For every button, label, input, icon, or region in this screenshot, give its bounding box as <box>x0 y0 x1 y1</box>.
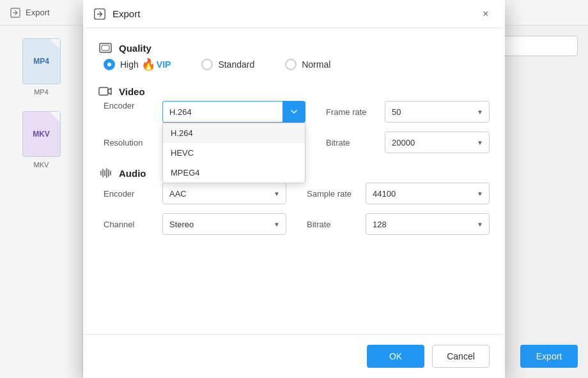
audio-encoder-select[interactable]: AAC MP3 <box>162 183 286 204</box>
vip-text: VIP <box>157 59 171 70</box>
dialog-titlebar: Export × <box>83 0 505 28</box>
video-frame-rate-row: Frame rate 50 25 30 60 ▼ <box>326 101 490 123</box>
sample-rate-select[interactable]: 44100 48000 22050 <box>366 183 490 204</box>
app-title: Export <box>10 8 50 18</box>
quality-high-vip-label: High 🔥VIP <box>120 57 171 72</box>
dialog-title-text: Export <box>112 8 140 19</box>
video-bitrate-row: Bitrate 20000 10000 5000 ▼ <box>326 132 490 153</box>
dialog-footer: OK Cancel <box>83 334 505 378</box>
quality-section-title: Quality <box>119 43 151 54</box>
audio-channel-label: Channel <box>104 220 155 229</box>
quality-option-standard[interactable]: Standard <box>201 59 254 70</box>
quality-options: High 🔥VIP Standard Normal <box>98 57 490 72</box>
dialog-body: Quality High 🔥VIP Standard <box>83 28 505 334</box>
video-bitrate-select-wrapper: 20000 10000 5000 ▼ <box>385 132 490 153</box>
encoder-input-field[interactable] <box>162 101 283 123</box>
ok-button[interactable]: OK <box>367 345 424 368</box>
vip-badge: 🔥VIP <box>141 57 171 72</box>
audio-form-grid: Encoder AAC MP3 ▼ Sample rate 44100 <box>98 183 490 235</box>
high-label-text: High <box>120 59 139 70</box>
fire-icon: 🔥 <box>141 57 155 72</box>
audio-bitrate-select[interactable]: 128 192 256 320 <box>366 213 490 235</box>
encoder-input-row <box>162 101 306 123</box>
dialog-title-left: Export <box>93 8 140 20</box>
quality-icon <box>98 41 112 55</box>
dialog-export-icon <box>93 8 106 20</box>
app-title-text: Export <box>26 8 50 17</box>
chevron-down-icon <box>290 108 298 116</box>
sample-rate-select-wrapper: 44100 48000 22050 ▼ <box>366 183 490 204</box>
video-bitrate-label: Bitrate <box>326 138 377 147</box>
video-section: Video Encoder <box>98 84 490 153</box>
video-form-grid: Encoder H.264 HEVC <box>98 101 490 153</box>
video-section-title: Video <box>119 86 145 97</box>
audio-encoder-row: Encoder AAC MP3 ▼ <box>104 183 286 204</box>
radio-normal <box>285 59 297 70</box>
quality-section-header: Quality <box>98 41 490 55</box>
audio-sample-rate-label: Sample rate <box>307 189 358 199</box>
audio-bitrate-label: Bitrate <box>307 220 358 229</box>
radio-high-vip <box>104 59 115 70</box>
video-icon <box>98 84 112 98</box>
video-resolution-label: Resolution <box>104 138 155 147</box>
quality-option-normal[interactable]: Normal <box>285 59 330 70</box>
mkv-file-icon: MKV <box>22 111 61 157</box>
mp4-file-icon: MP4 <box>22 38 61 84</box>
audio-encoder-label: Encoder <box>104 189 155 199</box>
export-icon-app <box>10 8 20 18</box>
close-button[interactable]: × <box>477 5 495 23</box>
video-frame-rate-label: Frame rate <box>326 107 377 117</box>
audio-encoder-select-wrapper: AAC MP3 ▼ <box>162 183 286 204</box>
radio-standard <box>201 59 213 70</box>
quality-option-high-vip[interactable]: High 🔥VIP <box>104 57 171 72</box>
svg-rect-4 <box>99 87 108 95</box>
audio-bitrate-select-wrapper: 128 192 256 320 ▼ <box>366 213 490 235</box>
audio-channel-row: Channel Stereo Mono ▼ <box>104 213 286 235</box>
sidebar-item-mkv[interactable]: MKV MKV <box>5 106 77 174</box>
encoder-option-hevc[interactable]: HEVC <box>163 143 305 163</box>
video-encoder-label: Encoder <box>104 101 155 110</box>
mkv-label: MKV <box>34 161 49 169</box>
app-sidebar: MP4 MP4 MKV MKV <box>0 26 83 378</box>
sidebar-item-mp4[interactable]: MP4 MP4 <box>5 33 77 101</box>
audio-section-title: Audio <box>119 168 146 179</box>
encoder-option-mpeg4[interactable]: MPEG4 <box>163 163 305 183</box>
svg-rect-3 <box>102 45 109 50</box>
video-section-header: Video <box>98 84 490 98</box>
encoder-dropdown-button[interactable] <box>282 101 306 123</box>
app-export-button[interactable]: Export <box>520 345 578 368</box>
channel-select-wrapper: Stereo Mono ▼ <box>162 213 286 235</box>
video-bitrate-select[interactable]: 20000 10000 5000 <box>385 132 490 153</box>
frame-rate-select-wrapper: 50 25 30 60 ▼ <box>385 101 490 123</box>
export-dialog: Export × Quality High 🔥VI <box>83 0 505 378</box>
video-encoder-row: Encoder H.264 HEVC <box>104 101 306 123</box>
quality-normal-label: Normal <box>302 59 330 70</box>
audio-bitrate-row: Bitrate 128 192 256 320 ▼ <box>307 213 490 235</box>
encoder-row-inner: H.264 HEVC MPEG4 <box>162 101 306 123</box>
encoder-option-h264[interactable]: H.264 <box>163 123 305 143</box>
encoder-dropdown[interactable]: H.264 HEVC MPEG4 <box>162 123 306 183</box>
quality-section: Quality High 🔥VIP Standard <box>98 41 490 72</box>
frame-rate-select[interactable]: 50 25 30 60 <box>385 101 490 123</box>
audio-sample-rate-row: Sample rate 44100 48000 22050 ▼ <box>307 183 490 204</box>
channel-select[interactable]: Stereo Mono <box>162 213 286 235</box>
mp4-label: MP4 <box>34 88 49 96</box>
quality-standard-label: Standard <box>218 59 254 70</box>
audio-icon <box>98 166 112 180</box>
cancel-button[interactable]: Cancel <box>432 345 490 368</box>
